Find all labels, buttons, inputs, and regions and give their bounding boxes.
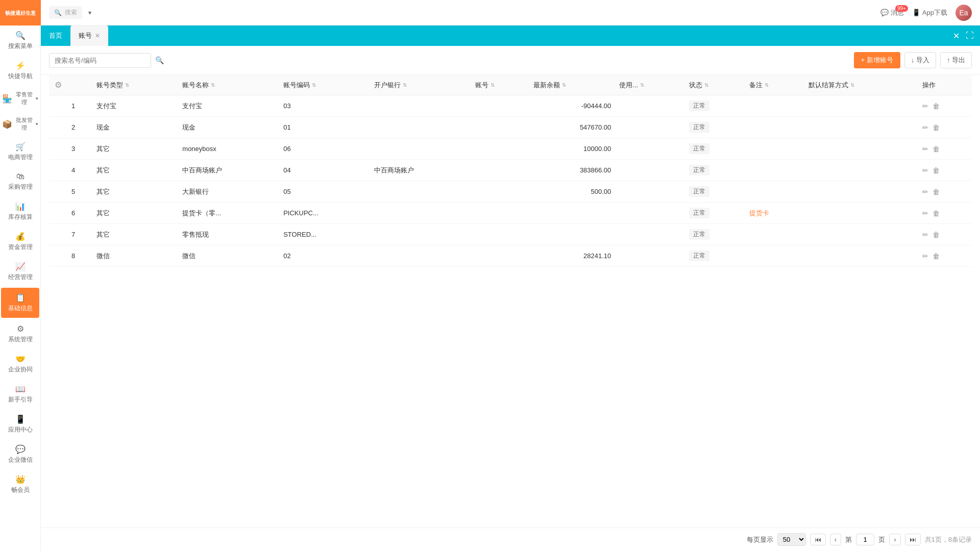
tab-close-icon[interactable]: ✕ [95,32,100,39]
sidebar-item-inventory-check[interactable]: 📊 库存核算 [0,196,40,227]
cell-remark [745,224,804,245]
edit-button[interactable]: ✏ [922,209,928,217]
sidebar-item-beginner-guide[interactable]: 📖 新手引导 [0,379,40,409]
sidebar-item-operation-mgmt[interactable]: 📈 经营管理 [0,257,40,287]
retail-mgmt-icon: 🏪 [2,94,12,104]
tab-home[interactable]: 首页 [41,26,70,46]
messages-badge: 99+ [895,5,908,12]
cell-settings [49,138,67,160]
col-account-code[interactable]: 账号编码 ⇅ [279,75,370,95]
sidebar-item-vip-member[interactable]: 👑 畅会员 [0,469,40,499]
user-avatar[interactable]: Ea [955,5,972,21]
col-default-settlement[interactable]: 默认结算方式 ⇅ [804,75,918,95]
cell-status: 正常 [685,224,745,245]
page-of-label: 页 [878,535,885,544]
tab-account-label: 账号 [79,31,92,40]
fullscreen-icon[interactable]: ⛶ [964,29,976,42]
export-button[interactable]: ↑ 导出 [940,52,972,68]
status-badge: 正常 [689,208,709,218]
cell-use [615,95,685,117]
status-badge: 正常 [689,251,709,261]
delete-button[interactable]: 🗑 [933,209,940,217]
delete-button[interactable]: 🗑 [933,145,940,153]
table-row: 6 其它 提货卡（零... PICKUPC... 正常 提货卡 ✏ 🗑 [49,203,972,224]
sidebar-item-purchase-mgmt[interactable]: 🛍 采购管理 [0,167,40,196]
sidebar-item-basic-info[interactable]: 📋 基础信息 [1,288,39,318]
sidebar-item-quick-nav[interactable]: ⚡ 快捷导航 [0,56,40,86]
col-account-no[interactable]: 账号 ⇅ [471,75,529,95]
cell-account-type: 其它 [92,160,178,181]
main-area: 🔍 搜索 ▾ 💬 消息 99+ 📱 App下载 Ea 首页 [41,0,980,551]
col-remark[interactable]: 备注 ⇅ [745,75,804,95]
edit-button[interactable]: ✏ [922,188,928,196]
table-row: 2 现金 现金 01 547670.00 正常 ✏ 🗑 [49,117,972,138]
cell-bank [370,224,471,245]
col-bank[interactable]: 开户银行 ⇅ [370,75,471,95]
cell-bank [370,181,471,203]
delete-button[interactable]: 🗑 [933,166,940,174]
sidebar-item-system-mgmt[interactable]: ⚙ 系统管理 [0,319,40,349]
cell-actions: ✏ 🗑 [918,160,972,181]
page-content: 🔍 + 新增账号 ↓ 导入 ↑ 导出 [41,46,980,551]
sidebar-item-search-menu[interactable]: 🔍 搜索菜单 [0,26,40,56]
cell-use [615,160,685,181]
top-search-box[interactable]: 🔍 搜索 [49,6,82,19]
sidebar-item-ecommerce-mgmt[interactable]: 🛒 电商管理 [0,137,40,167]
delete-button[interactable]: 🗑 [933,188,940,196]
sidebar-item-retail-mgmt[interactable]: 🏪 零售管理 ▾ [0,86,40,111]
search-button[interactable]: 🔍 [155,56,164,64]
cell-remark [745,160,804,181]
sidebar-item-app-center[interactable]: 📱 应用中心 [0,409,40,439]
col-account-type[interactable]: 账号类型 ⇅ [92,75,178,95]
edit-button[interactable]: ✏ [922,123,928,132]
prev-page-button[interactable]: ‹ [830,534,841,545]
ecommerce-mgmt-icon: 🛒 [15,142,26,152]
close-tab-action-icon[interactable]: ✕ [951,29,962,43]
first-page-button[interactable]: ⏮ [810,534,826,545]
messages-button[interactable]: 💬 消息 99+ [880,8,904,17]
delete-button[interactable]: 🗑 [933,252,940,260]
edit-button[interactable]: ✏ [922,145,928,153]
table-row: 8 微信 微信 02 28241.10 正常 ✏ 🗑 [49,245,972,267]
sidebar-item-finance-mgmt[interactable]: 💰 资金管理 [0,227,40,257]
cell-status: 正常 [685,138,745,160]
sort-icon: ⇅ [640,82,644,88]
column-settings-button[interactable]: ⚙ [55,80,62,90]
sidebar-item-wholesale-mgmt[interactable]: 📦 批发管理 ▾ [0,111,40,137]
edit-button[interactable]: ✏ [922,252,928,260]
col-account-name[interactable]: 账号名称 ⇅ [178,75,279,95]
delete-button[interactable]: 🗑 [933,231,940,239]
tab-bar: 首页 账号 ✕ ✕ ⛶ [41,26,980,46]
add-account-button[interactable]: + 新增账号 [854,52,900,68]
cell-remark [745,95,804,117]
sidebar-item-label: 批发管理 [13,116,35,132]
col-status[interactable]: 状态 ⇅ [685,75,745,95]
col-no [67,75,92,95]
last-page-button[interactable]: ⏭ [905,534,921,545]
next-page-button[interactable]: › [889,534,900,545]
cell-account-type: 其它 [92,203,178,224]
import-button[interactable]: ↓ 导入 [904,52,936,68]
sidebar-item-enterprise-wechat[interactable]: 💬 企业微信 [0,439,40,469]
dropdown-button[interactable]: ▾ [88,9,91,16]
col-use[interactable]: 使用... ⇅ [615,75,685,95]
sidebar-item-enterprise-agreement[interactable]: 🤝 企业协同 [0,349,40,379]
tab-account[interactable]: 账号 ✕ [70,26,108,46]
search-input[interactable] [49,53,151,68]
app-download-label: App下载 [922,8,947,17]
cell-account-no [471,138,529,160]
app-download-button[interactable]: 📱 App下载 [912,8,947,17]
edit-button[interactable]: ✏ [922,231,928,239]
cell-bank [370,203,471,224]
edit-button[interactable]: ✏ [922,166,928,174]
search-menu-icon: 🔍 [15,31,26,40]
edit-button[interactable]: ✏ [922,102,928,110]
delete-button[interactable]: 🗑 [933,102,940,110]
delete-button[interactable]: 🗑 [933,123,940,132]
per-page-select[interactable]: 50 10 20 100 [777,533,806,546]
cell-actions: ✏ 🗑 [918,224,972,245]
cell-account-code: 04 [279,160,370,181]
toolbar-right: + 新增账号 ↓ 导入 ↑ 导出 [854,52,972,68]
page-input[interactable] [856,534,874,545]
col-latest-balance[interactable]: 最新余额 ⇅ [529,75,615,95]
